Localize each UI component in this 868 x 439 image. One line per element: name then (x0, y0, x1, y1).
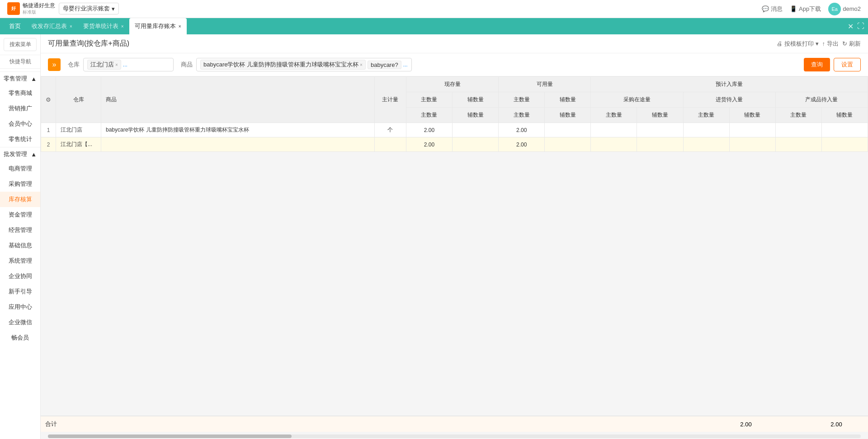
member-label: 会员中心 (9, 120, 32, 128)
retail-management-label: 零售管理 (4, 75, 27, 83)
filter-bar: » 仓库 江北门店 × ... 商品 babycare学饮杯 儿童防摔防撞吸管杯… (41, 53, 868, 76)
query-btn[interactable]: 查询 (804, 58, 830, 71)
filter-toggle-btn[interactable]: » (48, 58, 61, 71)
chevron-icon-2: ▲ (31, 151, 37, 158)
page-actions: 🖨 按模板打印 ▾ ↑ 导出 ↻ 刷新 (777, 40, 861, 48)
row-2-avail-aux (545, 137, 591, 152)
retail-mall-label: 零售商城 (9, 89, 32, 97)
tab-order-label: 要货单统计表 (83, 22, 118, 30)
product-tag-box[interactable]: babycare学饮杯 儿童防摔防撞吸管杯重力球吸嘴杯宝宝水杯 × babyca… (196, 58, 412, 71)
content-area: 可用量查询(按仓库+商品) 🖨 按模板打印 ▾ ↑ 导出 ↻ 刷新 » (41, 34, 868, 439)
row-2-in-aux (729, 137, 775, 152)
tab-home[interactable]: 首页 (4, 22, 26, 30)
th-warehouse: 仓库 (56, 77, 101, 123)
sidebar-item-guide[interactable]: 新手引导 (0, 284, 40, 299)
system-label: 系统管理 (9, 257, 32, 265)
print-template-btn[interactable]: 🖨 按模板打印 ▾ (777, 40, 819, 48)
row-1-pu-main (591, 123, 637, 137)
settings-icon[interactable]: ⚙ (46, 96, 51, 103)
row-2-unit (374, 137, 406, 152)
th-production-pending: 产成品待入量 (775, 92, 868, 108)
tab-receivable-summary[interactable]: 收发存汇总表 × (26, 18, 78, 34)
table-row: 2 江北门店【... 2.00 2.00 (41, 137, 868, 152)
ecommerce-label: 电商管理 (9, 165, 32, 173)
tab-available-label: 可用量库存账本 (135, 22, 176, 30)
th-pu-main: 主数量 (591, 108, 637, 123)
sidebar-item-retail-stats[interactable]: 零售统计 (0, 132, 40, 147)
app-download-action[interactable]: 📱 App下载 (790, 5, 821, 13)
row-1-avail-aux (545, 123, 591, 137)
sidebar-item-ecommerce[interactable]: 电商管理 (0, 161, 40, 176)
th-product: 商品 (101, 77, 375, 123)
sidebar-item-member[interactable]: 会员中心 (0, 116, 40, 132)
sidebar-item-finance[interactable]: 资金管理 (0, 207, 40, 222)
setting-btn[interactable]: 设置 (834, 58, 861, 71)
expand-icon[interactable]: ⛶ (857, 22, 864, 30)
industry-selector[interactable]: 母婴行业演示账套 ▾ (59, 3, 119, 14)
row-2-in-main (683, 137, 729, 152)
sidebar-item-inventory[interactable]: 库存核算 (0, 192, 40, 207)
user-action[interactable]: Ea demo2 (828, 3, 861, 15)
industry-label: 母婴行业演示账套 (63, 5, 110, 13)
th-estimated-in: 预计入库量 (591, 77, 868, 92)
sidebar-item-app-center[interactable]: 应用中心 (0, 299, 40, 315)
sidebar-item-retail-management[interactable]: 零售管理 ▲ (0, 71, 40, 85)
row-2-product (101, 137, 375, 152)
product-filter-group: 商品 babycare学饮杯 儿童防摔防撞吸管杯重力球吸嘴杯宝宝水杯 × bab… (181, 58, 412, 71)
sidebar-item-wechat[interactable]: 企业微信 (0, 315, 40, 330)
th-av-main-qty: 主数量 (499, 108, 545, 123)
business-label: 经营管理 (9, 226, 32, 234)
warehouse-tag-close[interactable]: × (115, 62, 118, 67)
warehouse-tag-box[interactable]: 江北门店 × ... (83, 58, 174, 71)
table-wrapper: ⚙ 仓库 商品 主计量 现存量 可用量 预计入库量 主数量 辅数量 (41, 76, 868, 152)
table-area: ⚙ 仓库 商品 主计量 现存量 可用量 预计入库量 主数量 辅数量 (41, 76, 868, 415)
collab-label: 企业协同 (9, 272, 32, 280)
sidebar-item-marketing[interactable]: 营销推广 (0, 101, 40, 116)
message-action[interactable]: 💬 消息 (762, 5, 783, 13)
sidebar-quick-nav[interactable]: 快捷导航 (0, 55, 40, 69)
th-available: 可用量 (499, 77, 591, 92)
th-cs-main-qty: 主数量 (406, 108, 452, 123)
th-in-aux: 辅数量 (729, 108, 775, 123)
logo-area: 好 畅捷通好生意 标准版 (7, 2, 55, 15)
home-label: 首页 (9, 23, 21, 29)
vip-label: 畅会员 (11, 334, 29, 342)
tab-receivable-close[interactable]: × (70, 24, 72, 29)
sidebar-item-wholesale[interactable]: 批发管理 ▲ (0, 147, 40, 161)
page-title: 可用量查询(按仓库+商品) (48, 39, 129, 48)
avatar: Ea (828, 3, 841, 15)
tab-available-inventory[interactable]: 可用量库存账本 × (129, 18, 187, 34)
sidebar-item-purchase[interactable]: 采购管理 (0, 176, 40, 192)
export-btn[interactable]: ↑ 导出 (822, 40, 839, 48)
tab-order-close[interactable]: × (121, 24, 124, 29)
tab-receivable-label: 收发存汇总表 (32, 22, 67, 30)
message-label: 消息 (771, 5, 783, 13)
row-1-avail-main: 2.00 (499, 123, 545, 137)
row-1-num: 1 (41, 123, 56, 137)
top-bar: 好 畅捷通好生意 标准版 母婴行业演示账套 ▾ 💬 消息 📱 App下载 Ea … (0, 0, 868, 18)
sidebar-item-system[interactable]: 系统管理 (0, 253, 40, 269)
tab-order-stats[interactable]: 要货单统计表 × (78, 18, 129, 34)
tab-available-close[interactable]: × (179, 24, 181, 29)
row-2-num: 2 (41, 137, 56, 152)
retail-stats-label: 零售统计 (9, 135, 32, 143)
scrollbar-area[interactable] (41, 432, 868, 439)
row-2-pr-main (775, 137, 821, 152)
refresh-btn[interactable]: ↻ 刷新 (842, 40, 861, 48)
basic-info-label: 基础信息 (9, 241, 32, 250)
sidebar-item-collab[interactable]: 企业协同 (0, 269, 40, 284)
close-all-tabs[interactable]: ✕ (848, 22, 854, 31)
warehouse-more-btn[interactable]: ... (123, 61, 127, 68)
sidebar-item-vip[interactable]: 畅会员 (0, 330, 40, 345)
product-tag-close-1[interactable]: × (360, 62, 363, 67)
sidebar-item-business[interactable]: 经营管理 (0, 222, 40, 238)
sidebar-item-basic-info[interactable]: 基础信息 (0, 238, 40, 253)
user-label: demo2 (843, 5, 861, 12)
search-menu-button[interactable]: 搜索菜单 (4, 38, 37, 51)
th-settings[interactable]: ⚙ (41, 77, 56, 123)
sidebar-item-retail-mall[interactable]: 零售商城 (0, 85, 40, 101)
logo-texts: 畅捷通好生意 标准版 (23, 2, 55, 15)
th-pr-main: 主数量 (775, 108, 821, 123)
row-1-in-aux (729, 123, 775, 137)
product-more-btn[interactable]: ... (403, 61, 408, 68)
